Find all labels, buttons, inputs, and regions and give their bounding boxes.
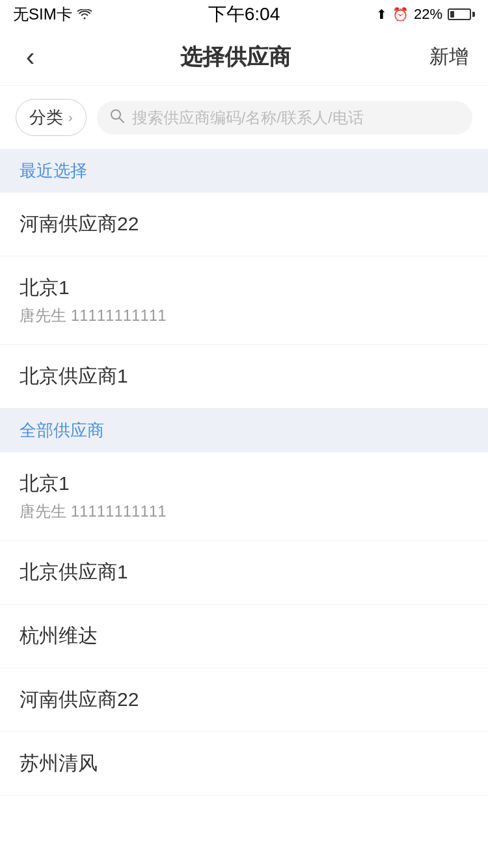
carrier-text: 无SIM卡 [13,4,72,25]
alarm-icon: ⏰ [392,7,409,22]
nav-bar: ‹ 选择供应商 新增 [0,29,488,86]
filter-bar: 分类 › [0,86,488,149]
list-item[interactable]: 河南供应商22 [0,193,488,256]
status-left: 无SIM卡 [13,4,92,25]
item-name: 北京1 [20,275,468,301]
list-item[interactable]: 北京1 唐先生 11111111111 [0,452,488,541]
item-sub: 唐先生 11111111111 [20,305,468,326]
wifi-icon [77,5,92,23]
all-section-header: 全部供应商 [0,409,488,452]
list-item[interactable]: 河南供应商22 [0,668,488,732]
item-name: 河南供应商22 [20,211,468,237]
status-right: ⬆ ⏰ 22% [376,6,475,23]
list-item[interactable]: 北京1 唐先生 11111111111 [0,256,488,345]
search-box [97,101,472,135]
category-label: 分类 [29,106,63,129]
back-button[interactable]: ‹ [20,36,41,78]
list-item[interactable]: 苏州清风 [0,732,488,796]
status-time: 下午6:04 [208,2,280,27]
battery-percent: 22% [414,6,442,23]
item-name: 北京供应商1 [20,559,468,586]
battery-icon [448,8,475,20]
item-name: 河南供应商22 [20,686,468,713]
status-bar: 无SIM卡 下午6:04 ⬆ ⏰ 22% [0,0,488,29]
item-name: 北京供应商1 [20,363,468,390]
list-item[interactable]: 杭州维达 [0,604,488,668]
item-name: 苏州清风 [20,750,468,777]
search-input[interactable] [132,109,459,127]
category-filter-button[interactable]: 分类 › [16,99,87,136]
list-item[interactable]: 北京供应商1 [0,345,488,409]
svg-line-1 [119,118,124,122]
location-icon: ⬆ [376,7,387,22]
item-sub: 唐先生 11111111111 [20,501,468,522]
recent-section-header: 最近选择 [0,149,488,193]
recent-items-list: 河南供应商22 北京1 唐先生 11111111111 北京供应商1 [0,193,488,409]
chevron-right-icon: › [68,110,73,125]
list-item[interactable]: 北京供应商1 [0,541,488,604]
search-icon [110,109,124,127]
add-button[interactable]: 新增 [429,44,468,70]
all-items-list: 北京1 唐先生 11111111111 北京供应商1 杭州维达 河南供应商22 … [0,452,488,796]
page-title: 选择供应商 [180,42,291,72]
item-name: 北京1 [20,470,468,497]
item-name: 杭州维达 [20,623,468,649]
